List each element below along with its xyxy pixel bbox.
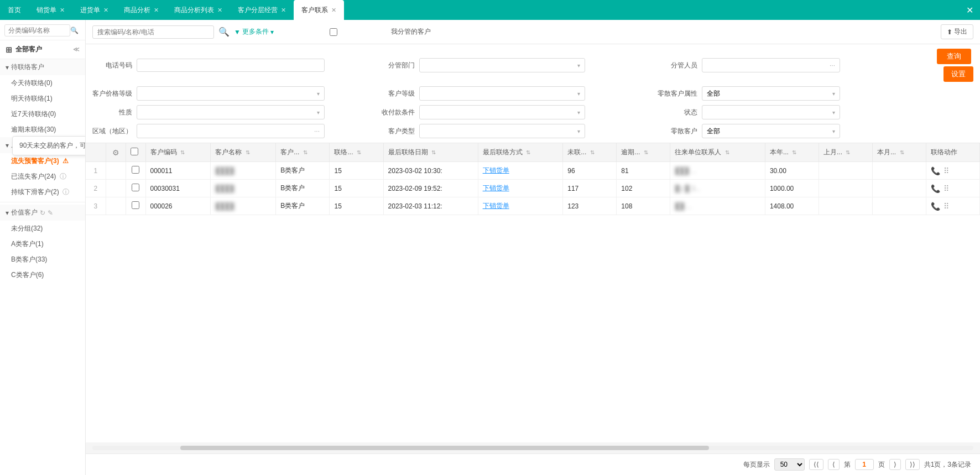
table-settings-gear-icon[interactable]: ⚙ (112, 148, 119, 157)
name-sort-icon[interactable]: ⇅ (246, 149, 250, 155)
tab-sales-order[interactable]: 销货单 ✕ (29, 0, 72, 20)
sidebar-item-7days[interactable]: 近7天待联络(0) (0, 106, 85, 122)
value-edit-icon[interactable]: ✎ (48, 209, 53, 217)
first-page-button[interactable]: ⟨⟨ (809, 459, 823, 470)
sidebar-section-pending[interactable]: ▾ 待联络客户 (0, 59, 85, 75)
page-label: 第 (844, 460, 851, 469)
filter-person-select[interactable]: ··· (702, 58, 840, 72)
filter-cust-type-select[interactable]: ▾ (419, 124, 585, 138)
unreached-sort-icon[interactable]: ⇅ (590, 149, 595, 155)
row-checkbox-0[interactable] (132, 166, 139, 174)
action-contact-icon-2[interactable]: 📞 (931, 202, 940, 211)
filter-payment-select[interactable]: ▾ (419, 105, 585, 119)
filter-row-4: 区域（地区） ··· 客户类型 ▾ 零散客户 全部 (92, 124, 973, 138)
main-layout: 🔍 ⊞ 全部客户 ≪ ▾ 待联络客户 今天待联络(0) 明天待联络(1) 近7天… (0, 20, 980, 475)
action-more-icon-0[interactable]: ⠿ (943, 166, 949, 175)
window-close-button[interactable]: ✕ (966, 5, 980, 15)
page-number-input[interactable] (855, 459, 874, 470)
action-contact-icon-0[interactable]: 📞 (931, 166, 940, 175)
last-date-sort-icon[interactable]: ⇅ (431, 149, 436, 155)
tab-customer-contact-close[interactable]: ✕ (331, 7, 336, 14)
last-month-sort-icon[interactable]: ⇅ (846, 149, 850, 155)
search-button[interactable]: 🔍 (218, 27, 230, 37)
filter-price-grade-select[interactable]: ▾ (137, 86, 325, 101)
sidebar-section-value[interactable]: ▾ 价值客户 ↻ ✎ (0, 205, 85, 221)
person-dots[interactable]: ··· (830, 61, 835, 69)
tab-product-list-close[interactable]: ✕ (217, 7, 222, 14)
contact-person-sort-icon[interactable]: ⇅ (725, 149, 729, 155)
sidebar-item-tomorrow[interactable]: 明天待联络(1) (0, 91, 85, 106)
filter-status-select[interactable]: ▾ (702, 105, 840, 119)
filter-gender-select[interactable]: ▾ (137, 105, 325, 119)
settings-button[interactable]: 设置 (943, 66, 973, 82)
sidebar-item-today[interactable]: 今天待联络(0) (0, 75, 85, 91)
action-more-icon-1[interactable]: ⠿ (943, 184, 949, 193)
sidebar-item-overdue-contact[interactable]: 逾期未联络(30) (0, 122, 85, 137)
export-button[interactable]: ⬆ 导出 (941, 24, 973, 39)
last-page-button[interactable]: ⟩⟩ (905, 459, 920, 470)
tab-customer-tier[interactable]: 客户分层经营 ✕ (230, 0, 294, 20)
tab-product-list[interactable]: 商品分析列表 ✕ (166, 0, 230, 20)
sidebar-item-type-c[interactable]: C类客户(6) (0, 267, 85, 283)
value-refresh-icon[interactable]: ↻ (40, 209, 45, 217)
filter-zero-retail-attr-select[interactable]: 全部 ▾ (702, 86, 840, 101)
more-conditions-toggle[interactable]: ▼ 更多条件 ▾ (234, 27, 274, 36)
more-conditions-label: 更多条件 (242, 27, 269, 36)
row-checkbox-1[interactable] (132, 184, 139, 191)
row-checkbox-2[interactable] (132, 201, 139, 209)
sidebar-item-declining[interactable]: 持续下滑客户(2) ⓘ (0, 184, 85, 200)
overdue-sort-icon[interactable]: ⇅ (644, 149, 648, 155)
horizontal-scrollbar-track[interactable] (92, 446, 973, 450)
last-method-sort-icon[interactable]: ⇅ (526, 149, 530, 155)
tab-customer-tier-close[interactable]: ✕ (281, 7, 286, 14)
sidebar-search-input[interactable] (4, 24, 70, 36)
th-unreached: 未联... ⇅ (563, 143, 617, 162)
sidebar-item-churned[interactable]: 已流失客户(24) ⓘ (0, 169, 85, 184)
tab-sales-order-close[interactable]: ✕ (60, 7, 65, 14)
th-last-month: 上月... ⇅ (819, 143, 873, 162)
my-customers-checkbox-area[interactable]: 我分管的客户 (278, 27, 431, 36)
sidebar-item-churn-warning[interactable]: 流失预警客户(3) ⚠ (0, 153, 85, 169)
cell-overdue-0: 81 (617, 162, 670, 180)
sidebar-all-customers[interactable]: ⊞ 全部客户 ≪ (0, 40, 85, 59)
cell-last-method-2[interactable]: 下销货单 (478, 197, 563, 215)
tab-product-analysis-close[interactable]: ✕ (154, 7, 159, 14)
filter-dept-select[interactable]: ▾ (419, 58, 585, 72)
query-button[interactable]: 查询 (937, 49, 971, 64)
tab-customer-contact[interactable]: 客户联系 ✕ (294, 0, 344, 20)
prev-page-button[interactable]: ⟨ (828, 459, 840, 470)
type-sort-icon[interactable]: ⇅ (303, 149, 307, 155)
sidebar-item-unclassified[interactable]: 未分组(32) (0, 221, 85, 236)
search-input[interactable] (92, 25, 214, 39)
region-dots[interactable]: ··· (314, 127, 320, 135)
filter-cust-grade-select[interactable]: ▾ (419, 86, 585, 101)
next-page-button[interactable]: ⟩ (889, 459, 901, 470)
tab-home[interactable]: 首页 (0, 0, 29, 20)
contact-sort-icon[interactable]: ⇅ (357, 149, 361, 155)
this-month-sort-icon[interactable]: ⇅ (900, 149, 904, 155)
sidebar-item-type-a[interactable]: A类客户(1) (0, 236, 85, 252)
select-all-checkbox[interactable] (131, 148, 138, 155)
filter-zero-retail-attr-label: 零散客户属性 (658, 89, 702, 98)
filter-zero-retail-label: 零散客户 (658, 127, 702, 136)
horizontal-scrollbar-thumb[interactable] (180, 446, 709, 450)
tab-product-analysis[interactable]: 商品分析 ✕ (116, 0, 166, 20)
my-customers-checkbox[interactable] (278, 28, 389, 36)
tab-purchase-order[interactable]: 进货单 ✕ (72, 0, 116, 20)
action-contact-icon-1[interactable]: 📞 (931, 184, 940, 193)
filter-zero-retail-select[interactable]: 全部 ▾ (702, 124, 840, 138)
sidebar-item-type-b[interactable]: B类客户(33) (0, 252, 85, 267)
action-more-icon-2[interactable]: ⠿ (943, 202, 949, 211)
code-sort-icon[interactable]: ⇅ (180, 149, 185, 155)
filter-phone-input[interactable] (137, 59, 325, 72)
page-size-select[interactable]: 50 100 200 (774, 458, 805, 471)
filter-region-select[interactable]: ··· (137, 124, 325, 138)
this-year-sort-icon[interactable]: ⇅ (792, 149, 796, 155)
dept-chevron-icon: ▾ (577, 62, 580, 69)
filter-row-2: 客户价格等级 ▾ 客户等级 ▾ 零散客户属性 全部 (92, 86, 973, 101)
cell-contact-2: 15 (330, 197, 383, 215)
th-contact-person-label: 往来单位联系人 (675, 148, 721, 156)
cell-last-method-0[interactable]: 下销货单 (478, 162, 563, 180)
tab-purchase-order-close[interactable]: ✕ (103, 7, 108, 14)
cell-last-method-1[interactable]: 下销货单 (478, 180, 563, 197)
